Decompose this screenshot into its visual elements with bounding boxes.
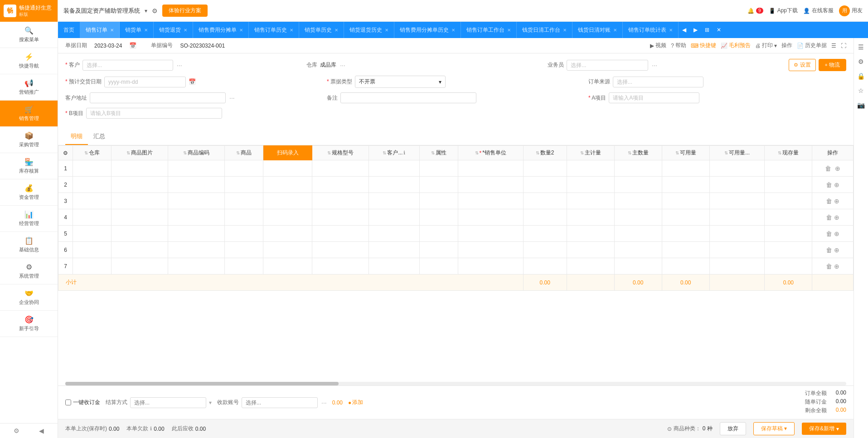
print-btn[interactable]: 🖨 打印 ▾ bbox=[755, 42, 777, 49]
system-dropdown-icon[interactable]: ▾ bbox=[145, 8, 147, 14]
tab-sales-expense[interactable]: 销售费用分摊单 ✕ bbox=[193, 22, 249, 38]
address-more-icon[interactable]: ··· bbox=[229, 94, 235, 101]
sidebar-item-search[interactable]: 🔍 搜索菜单 bbox=[0, 22, 58, 48]
settings-icon[interactable]: ⚙ bbox=[152, 7, 158, 14]
right-panel-lock-btn[interactable]: 🔒 bbox=[856, 71, 867, 82]
horizontal-scrollbar[interactable] bbox=[65, 382, 846, 385]
tab-detail[interactable]: 明细 bbox=[65, 129, 88, 145]
sidebar-settings-icon[interactable]: ⚙ bbox=[14, 427, 19, 434]
right-panel-settings-btn[interactable]: ⚙ bbox=[856, 56, 867, 67]
sidebar-item-inventory[interactable]: 🏪 库存核算 bbox=[0, 153, 58, 179]
tab-daily-reconcile[interactable]: 钱货日清对账 ✕ bbox=[572, 22, 623, 38]
payment-input[interactable] bbox=[130, 397, 206, 408]
layout-toggle-btn[interactable]: ☰ bbox=[831, 43, 836, 49]
notifications-btn[interactable]: 🔔 9 bbox=[747, 8, 763, 14]
order-source-input[interactable] bbox=[613, 77, 703, 87]
copy-row-btn[interactable]: ⊕ bbox=[834, 181, 839, 188]
customer-more-icon[interactable]: ··· bbox=[177, 62, 182, 69]
add-payment-btn[interactable]: ● 添加 bbox=[348, 399, 363, 406]
setup-btn[interactable]: ⚙ 设置 bbox=[789, 59, 815, 71]
tab-sales-return[interactable]: 销货退货 ✕ bbox=[154, 22, 193, 38]
customer-input[interactable] bbox=[82, 60, 173, 71]
delete-row-btn[interactable]: 🗑 bbox=[826, 246, 832, 254]
tab-close-icon[interactable]: ✕ bbox=[144, 28, 148, 33]
th-scan[interactable]: 扫码录入 bbox=[263, 146, 312, 160]
tab-close-icon[interactable]: ✕ bbox=[290, 28, 293, 33]
current-credit-hint[interactable]: ℹ bbox=[150, 426, 152, 432]
help-btn[interactable]: ? 帮助 bbox=[671, 42, 686, 49]
goods-count-icon[interactable]: ⊙ bbox=[667, 426, 672, 432]
app-download-btn[interactable]: 📱 App下载 bbox=[769, 7, 798, 14]
sidebar-item-system[interactable]: ⚙ 系统管理 bbox=[0, 258, 58, 284]
warehouse-more-icon[interactable]: ··· bbox=[340, 62, 345, 69]
delete-row-btn[interactable]: 🗑 bbox=[826, 230, 832, 237]
tab-close-icon[interactable]: ✕ bbox=[385, 28, 388, 33]
right-panel-list-btn[interactable]: ☰ bbox=[856, 42, 867, 53]
calendar-icon[interactable]: 📅 bbox=[129, 42, 136, 49]
draft-dropdown-icon[interactable]: ▾ bbox=[784, 425, 787, 432]
save-new-dropdown-icon[interactable]: ▾ bbox=[836, 426, 839, 432]
sidebar-item-capital[interactable]: 💰 资金管理 bbox=[0, 179, 58, 206]
sidebar-item-marketing[interactable]: 📢 营销推广 bbox=[0, 74, 58, 101]
copy-row-btn[interactable]: ⊕ bbox=[835, 165, 840, 172]
tab-close-icon[interactable]: ✕ bbox=[507, 28, 511, 33]
industry-solution-btn[interactable]: 体验行业方案 bbox=[162, 5, 208, 17]
copy-row-btn[interactable]: ⊕ bbox=[834, 214, 839, 221]
tab-sales-bill[interactable]: 销货单 ✕ bbox=[120, 22, 154, 38]
tab-close-icon[interactable]: ✕ bbox=[669, 28, 673, 33]
tab-sales-order[interactable]: 销售订单 ✕ bbox=[80, 22, 120, 38]
sidebar-item-enterprise[interactable]: 🤝 企业协同 bbox=[0, 284, 58, 311]
sidebar-item-sales[interactable]: 🛒 销售管理 bbox=[0, 101, 58, 127]
tab-close-icon[interactable]: ✕ bbox=[451, 28, 455, 33]
staff-input[interactable] bbox=[567, 60, 648, 71]
note-input[interactable] bbox=[340, 92, 476, 103]
history-bills-btn[interactable]: 📄 历史单据 bbox=[797, 42, 827, 49]
tab-close-icon[interactable]: ✕ bbox=[563, 28, 567, 33]
tab-expand-btn[interactable]: ⊞ bbox=[701, 27, 713, 33]
delete-row-btn[interactable]: 🗑 bbox=[825, 165, 831, 172]
quick-order-checkbox[interactable]: 一键收订金 bbox=[65, 399, 100, 406]
delete-row-btn[interactable]: 🗑 bbox=[826, 263, 832, 270]
invoice-type-select[interactable]: 不开票 ▾ bbox=[355, 76, 446, 88]
delete-row-btn[interactable]: 🗑 bbox=[826, 214, 832, 221]
copy-row-btn[interactable]: ⊕ bbox=[834, 246, 839, 254]
sidebar-item-purchase[interactable]: 📦 采购管理 bbox=[0, 127, 58, 153]
tab-close-all-btn[interactable]: ✕ bbox=[713, 27, 725, 33]
tab-expense-history[interactable]: 销售费用分摊单历史 ✕ bbox=[394, 22, 461, 38]
sidebar-item-operations[interactable]: 📊 经营管理 bbox=[0, 206, 58, 232]
address-input[interactable] bbox=[90, 92, 226, 103]
operations-btn[interactable]: 操作 bbox=[781, 42, 792, 49]
tab-close-icon[interactable]: ✕ bbox=[239, 28, 243, 33]
account-more-icon[interactable]: ··· bbox=[321, 399, 327, 406]
online-support-btn[interactable]: 👤 在线客服 bbox=[803, 7, 834, 14]
discard-btn[interactable]: 放弃 bbox=[720, 422, 746, 435]
delete-row-btn[interactable]: 🗑 bbox=[826, 181, 832, 188]
tab-next-btn[interactable]: ▶ bbox=[690, 27, 701, 33]
tab-home[interactable]: 首页 bbox=[58, 22, 80, 38]
account-input[interactable] bbox=[242, 397, 318, 408]
scrollbar-thumb[interactable] bbox=[65, 382, 339, 385]
th-settings[interactable]: ⚙ bbox=[58, 146, 73, 160]
tab-return-history[interactable]: 销货退货历史 ✕ bbox=[344, 22, 394, 38]
add-logistics-btn[interactable]: + 物流 bbox=[819, 59, 846, 71]
delete-row-btn[interactable]: 🗑 bbox=[826, 197, 832, 205]
profit-btn[interactable]: 📈 毛利预告 bbox=[721, 42, 751, 49]
tab-prev-btn[interactable]: ◀ bbox=[679, 27, 690, 33]
staff-more-icon[interactable]: ··· bbox=[652, 62, 657, 69]
sidebar-item-quick-nav[interactable]: ⚡ 快捷导航 bbox=[0, 48, 58, 74]
shortcut-btn[interactable]: ⌨ 快捷键 bbox=[691, 42, 716, 49]
copy-row-btn[interactable]: ⊕ bbox=[834, 230, 839, 237]
delivery-date-input[interactable] bbox=[104, 77, 186, 87]
save-draft-btn[interactable]: 保存草稿 ▾ bbox=[753, 422, 795, 435]
user-menu[interactable]: 用 用友 bbox=[839, 5, 863, 16]
a-project-input[interactable] bbox=[609, 92, 699, 103]
tab-sales-order-history[interactable]: 销售订单历史 ✕ bbox=[249, 22, 299, 38]
copy-row-btn[interactable]: ⊕ bbox=[834, 197, 839, 205]
tab-order-workbench[interactable]: 销售订单工作台 ✕ bbox=[461, 22, 517, 38]
tab-close-icon[interactable]: ✕ bbox=[613, 28, 617, 33]
sidebar-collapse-icon[interactable]: ◀ bbox=[39, 427, 44, 434]
b-project-input[interactable] bbox=[86, 108, 222, 119]
right-panel-scan-btn[interactable]: 📷 bbox=[856, 100, 867, 111]
tab-daily-workbench[interactable]: 钱货日清工作台 ✕ bbox=[517, 22, 572, 38]
copy-row-btn[interactable]: ⊕ bbox=[834, 263, 839, 270]
